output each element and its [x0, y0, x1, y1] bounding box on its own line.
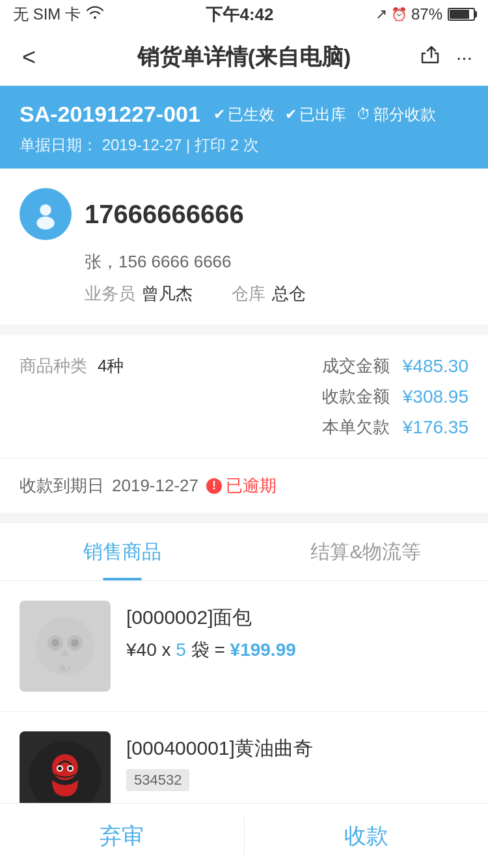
tab-settlement-label: 结算&物流等	[310, 539, 421, 565]
order-meta-separator: |	[186, 136, 195, 154]
owing-amount-row: 本单欠款 ¥176.35	[322, 416, 468, 439]
product-types-label: 商品种类	[20, 355, 87, 377]
tab-products[interactable]: 销售商品	[0, 523, 244, 580]
salesperson-item: 业务员 曾凡杰	[85, 282, 193, 305]
tabs: 销售商品 结算&物流等	[0, 523, 488, 581]
stats-section: 商品种类 4种 成交金额 ¥485.30 收款金额 ¥308.95 本单欠款 ¥…	[0, 335, 488, 458]
battery-percent: 87%	[411, 5, 442, 23]
deal-amount-value: ¥485.30	[403, 356, 468, 377]
due-date-value: 2019-12-27	[112, 476, 198, 496]
order-date: 2019-12-27	[102, 136, 182, 154]
tab-settlement[interactable]: 结算&物流等	[244, 523, 488, 580]
svg-point-14	[58, 766, 62, 770]
salesperson-label: 业务员	[85, 282, 135, 305]
product-total-1: ¥199.99	[230, 640, 296, 660]
check-icon-1: ✔	[213, 106, 225, 123]
product-multiply-1: x	[162, 640, 176, 660]
bottom-bar: 弃审 收款	[0, 803, 488, 868]
product-types-value: 4种	[98, 355, 124, 377]
status-bar: 无 SIM 卡 下午4:42 ↗ ⏰ 87%	[0, 0, 488, 29]
carrier-label: 无 SIM 卡	[13, 4, 81, 25]
badge-effective-label: 已生效	[228, 104, 275, 125]
customer-name: 张，156 6666 6666	[85, 251, 468, 273]
avatar	[20, 188, 72, 240]
order-print-info: 打印 2 次	[195, 136, 259, 154]
overdue-badge: ! 已逾期	[206, 474, 277, 497]
cancel-button[interactable]: 弃审	[0, 804, 244, 868]
cancel-label: 弃审	[100, 821, 144, 851]
status-right: ↗ ⏰ 87%	[375, 5, 475, 23]
check-icon-2: ✔	[285, 106, 297, 123]
nav-actions: ···	[420, 44, 472, 70]
order-header: SA-20191227-001 ✔ 已生效 ✔ 已出库 ⏱ 部分收款 单据日期：…	[0, 86, 488, 169]
alarm-icon: ⏰	[391, 7, 407, 22]
svg-point-2	[36, 217, 55, 230]
owing-amount-label: 本单欠款	[322, 416, 390, 439]
customer-info-row: 业务员 曾凡杰 仓库 总仓	[85, 282, 468, 305]
badge-shipped-label: 已出库	[299, 104, 346, 125]
svg-point-15	[68, 766, 72, 770]
wifi-icon	[86, 5, 104, 23]
stats-row: 商品种类 4种 成交金额 ¥485.30 收款金额 ¥308.95 本单欠款 ¥…	[20, 355, 468, 439]
nav-bar: < 销货单详情(来自电脑) ···	[0, 29, 488, 86]
divider-2	[0, 513, 488, 523]
warehouse-item: 仓库 总仓	[232, 282, 306, 305]
badge-partial-label: 部分收款	[373, 104, 436, 125]
product-item-1: 兔+ [0000002]面包 ¥40 x 5 袋 = ¥199.99	[0, 581, 488, 712]
overdue-dot-icon: !	[206, 478, 222, 494]
product-tag-2: 534532	[126, 769, 189, 791]
amounts: 成交金额 ¥485.30 收款金额 ¥308.95 本单欠款 ¥176.35	[322, 355, 468, 439]
confirm-button[interactable]: 收款	[245, 804, 489, 868]
owing-amount-value: ¥176.35	[403, 417, 468, 438]
product-types: 商品种类 4种	[20, 355, 124, 377]
page-title: 销货单详情(来自电脑)	[137, 42, 351, 72]
badge-shipped: ✔ 已出库	[285, 104, 346, 125]
deal-amount-row: 成交金额 ¥485.30	[322, 355, 468, 377]
share-button[interactable]	[420, 44, 441, 70]
status-left: 无 SIM 卡	[13, 4, 104, 25]
product-price-1: ¥40 x 5 袋 = ¥199.99	[126, 638, 468, 662]
customer-row: 17666666666	[20, 188, 468, 240]
status-badges: ✔ 已生效 ✔ 已出库 ⏱ 部分收款	[213, 104, 436, 125]
location-icon: ↗	[375, 6, 387, 23]
product-price-label-1: ¥40	[126, 640, 157, 660]
salesperson-value: 曾凡杰	[142, 282, 193, 305]
customer-phone: 17666666666	[85, 200, 244, 229]
product-info-1: [0000002]面包 ¥40 x 5 袋 = ¥199.99	[126, 601, 468, 662]
order-date-label: 单据日期：	[20, 136, 98, 154]
battery-icon	[448, 8, 475, 21]
due-section: 收款到期日 2019-12-27 ! 已逾期	[0, 458, 488, 513]
received-amount-value: ¥308.95	[403, 387, 468, 407]
divider-1	[0, 325, 488, 335]
clock-icon: ⏱	[357, 106, 371, 123]
back-button[interactable]: <	[16, 37, 42, 77]
received-amount-label: 收款金额	[322, 385, 390, 408]
product-unit-1: 袋	[191, 640, 210, 660]
warehouse-label: 仓库	[232, 282, 265, 305]
product-thumb-1: 兔+	[20, 601, 111, 692]
warehouse-value: 总仓	[272, 282, 306, 305]
order-meta: 单据日期： 2019-12-27 | 打印 2 次	[20, 135, 468, 156]
overdue-label: 已逾期	[226, 474, 277, 497]
product-qty-1: 5	[176, 640, 186, 660]
more-button[interactable]: ···	[456, 46, 472, 68]
svg-text:兔+: 兔+	[59, 664, 71, 673]
svg-point-1	[40, 204, 51, 216]
order-id: SA-20191227-001	[20, 102, 200, 127]
status-time: 下午4:42	[206, 3, 273, 26]
svg-point-11	[52, 754, 78, 780]
tab-products-label: 销售商品	[83, 539, 161, 565]
svg-point-7	[71, 639, 79, 647]
confirm-label: 收款	[344, 821, 388, 851]
badge-partial: ⏱ 部分收款	[357, 104, 436, 125]
order-id-row: SA-20191227-001 ✔ 已生效 ✔ 已出库 ⏱ 部分收款	[20, 102, 468, 127]
deal-amount-label: 成交金额	[322, 355, 390, 377]
svg-point-6	[51, 639, 59, 647]
received-amount-row: 收款金额 ¥308.95	[322, 385, 468, 408]
customer-section: 17666666666 张，156 6666 6666 业务员 曾凡杰 仓库 总…	[0, 169, 488, 325]
due-label: 收款到期日	[20, 474, 104, 497]
product-equals-1: =	[214, 640, 230, 660]
product-name-1: [0000002]面包	[126, 604, 468, 631]
badge-effective: ✔ 已生效	[213, 104, 275, 125]
product-name-2: [000400001]黄油曲奇	[126, 735, 468, 762]
